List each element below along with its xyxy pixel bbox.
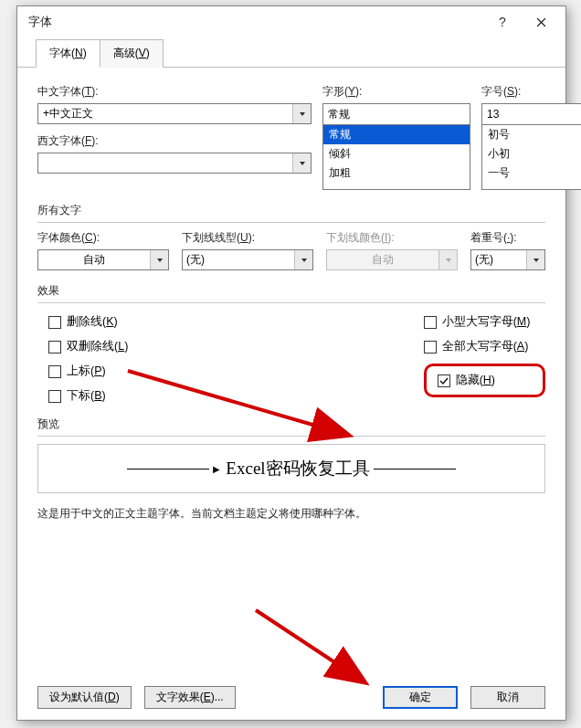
dialog-content: 中文字体(T): 西文字体(F): 字形(Y): [17,68,565,674]
effects-left: 删除线(K) 双删除线(L) 上标(P) 下标(B) [37,311,128,404]
style-option-bold[interactable]: 加粗 [323,164,470,183]
underline-color-label: 下划线颜色(I): [326,230,458,246]
double-strike-checkbox[interactable]: 双删除线(L) [48,339,128,354]
checkbox-icon [48,390,61,403]
checkbox-icon [48,316,61,329]
font-color-dd-button[interactable] [150,250,168,269]
size-listbox[interactable]: 初号 小初 一号 [481,124,581,190]
style-label: 字形(Y): [322,84,470,100]
style-input[interactable] [322,103,470,124]
emphasis-dd-button[interactable] [526,250,544,269]
style-col: 字形(Y): 常规 倾斜 加粗 [322,84,470,190]
preview-desc: 这是用于中文的正文主题字体。当前文档主题定义将使用哪种字体。 [37,506,545,522]
emphasis-dropdown[interactable]: (无) [470,249,545,270]
dialog-title: 字体 [28,14,483,30]
cn-font-combo[interactable] [37,103,312,124]
font-dialog: 字体 ? 字体(N) 高级(V) 中文字体(T): 西文字体(F): [16,5,566,721]
tab-font[interactable]: 字体(N) [36,39,100,68]
underline-color-value: 自动 [327,250,438,269]
preview-section-label: 预览 [37,417,545,437]
font-left-col: 中文字体(T): 西文字体(F): [37,84,312,190]
cn-font-dropdown-button[interactable] [292,104,311,123]
preview-underline-left [127,469,209,470]
underline-style-dropdown[interactable]: (无) [182,249,313,270]
emphasis-label: 着重号(·): [470,230,545,246]
hidden-label: 隐藏(H) [456,373,495,388]
all-text-section-label: 所有文字 [37,203,545,223]
font-color-value: 自动 [38,250,150,269]
tab-strip: 字体(N) 高级(V) [17,37,565,68]
buttons-bar: 设为默认值(D) 文字效果(E)... 确定 取消 [17,674,565,720]
size-label: 字号(S): [481,84,581,100]
underline-style-dd-button[interactable] [294,250,312,269]
checkbox-icon [48,341,61,353]
underline-style-col: 下划线线型(U): (无) [182,230,313,270]
ok-button[interactable]: 确定 [383,686,458,709]
effects-right: 小型大写字母(M) 全部大写字母(A) 隐藏(H) [424,311,545,404]
size-col: 字号(S): 初号 小初 一号 [481,84,581,190]
small-caps-checkbox[interactable]: 小型大写字母(M) [424,314,531,330]
preview-box: ▶ Excel密码恢复工具 [37,444,545,493]
cn-font-input[interactable] [38,104,292,123]
subscript-checkbox[interactable]: 下标(B) [48,388,128,404]
strike-checkbox[interactable]: 删除线(K) [48,314,128,330]
west-font-combo[interactable] [37,153,312,174]
font-color-dropdown[interactable]: 自动 [37,249,169,270]
set-default-button[interactable]: 设为默认值(D) [37,686,132,709]
checkbox-icon [48,365,61,378]
superscript-label: 上标(P) [67,364,106,379]
cancel-button[interactable]: 取消 [470,686,545,709]
preview-marker-icon: ▶ [213,464,220,474]
size-option-0[interactable]: 初号 [482,125,581,144]
effects-area: 删除线(K) 双删除线(L) 上标(P) 下标(B) 小型大 [37,311,545,404]
preview-sample-text: Excel密码恢复工具 [226,457,369,480]
superscript-checkbox[interactable]: 上标(P) [48,364,128,379]
underline-style-value: (无) [183,250,294,269]
style-option-italic[interactable]: 倾斜 [323,144,470,164]
strike-label: 删除线(K) [67,314,118,330]
hidden-checkbox[interactable]: 隐藏(H) [438,373,495,388]
help-button[interactable]: ? [483,9,522,35]
hidden-highlight-box: 隐藏(H) [424,364,545,397]
effects-section-label: 效果 [37,283,545,303]
text-effects-button[interactable]: 文字效果(E)... [144,686,236,709]
all-caps-label: 全部大写字母(A) [442,339,529,354]
double-strike-label: 双删除线(L) [67,339,128,354]
underline-style-label: 下划线线型(U): [182,230,313,246]
underline-color-dd-button [438,250,457,269]
checkbox-icon [424,316,437,329]
subscript-label: 下标(B) [67,388,106,404]
checkbox-icon [438,375,450,387]
size-input[interactable] [481,103,581,124]
checkbox-icon [424,341,437,353]
font-color-label: 字体颜色(C): [37,230,169,246]
west-font-dropdown-button[interactable] [292,153,311,173]
all-caps-checkbox[interactable]: 全部大写字母(A) [424,339,529,354]
underline-color-col: 下划线颜色(I): 自动 [326,230,458,270]
all-text-row: 字体颜色(C): 自动 下划线线型(U): (无) 下划线颜色(I): 自动 [37,230,545,270]
titlebar: 字体 ? [17,6,565,37]
emphasis-col: 着重号(·): (无) [470,230,545,270]
size-option-2[interactable]: 一号 [482,164,581,183]
preview-underline-right [374,469,456,470]
small-caps-label: 小型大写字母(M) [442,314,531,330]
underline-color-dropdown: 自动 [326,249,458,270]
font-row: 中文字体(T): 西文字体(F): 字形(Y): [37,84,545,190]
style-option-regular[interactable]: 常规 [323,125,470,144]
west-font-label: 西文字体(F): [37,133,312,149]
emphasis-value: (无) [471,250,526,269]
font-color-col: 字体颜色(C): 自动 [37,230,169,270]
cn-font-label: 中文字体(T): [37,84,312,100]
size-option-1[interactable]: 小初 [482,144,581,164]
tab-advanced[interactable]: 高级(V) [100,39,164,68]
west-font-input[interactable] [38,153,292,173]
close-button[interactable] [522,9,560,35]
style-listbox[interactable]: 常规 倾斜 加粗 [322,124,470,190]
